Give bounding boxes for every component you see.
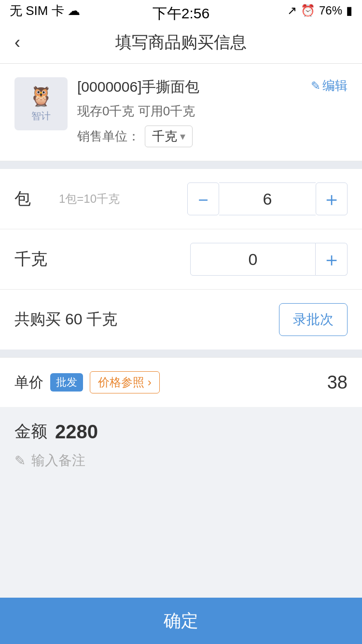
- location-icon: ↗: [287, 4, 297, 17]
- package-label: 包: [14, 188, 53, 210]
- product-thumb-label: 智计: [31, 110, 51, 123]
- note-placeholder: 输入备注: [31, 451, 85, 470]
- batch-button[interactable]: 录批次: [279, 303, 348, 336]
- product-thumb-icon: 🦉: [29, 85, 53, 108]
- total-row: 共购买 60 千克 录批次: [0, 290, 362, 350]
- separator-2: [0, 350, 362, 357]
- amount-value: 2280: [55, 421, 98, 443]
- note-row[interactable]: ✎ 输入备注: [14, 451, 348, 470]
- total-text: 共购买 60 千克: [14, 309, 117, 330]
- kg-input[interactable]: [190, 243, 316, 276]
- kg-plus-button[interactable]: ＋: [316, 243, 348, 276]
- product-name: [0000006]手撕面包: [77, 77, 199, 97]
- input-section: 包 1包=10千克 － ＋ 千克 ＋: [0, 169, 362, 290]
- amount-row: 金额 2280: [14, 420, 348, 443]
- price-tag: 批发: [50, 373, 83, 392]
- page-title: 填写商品购买信息: [115, 31, 247, 54]
- package-minus-button[interactable]: －: [187, 182, 219, 215]
- package-row: 包 1包=10千克 － ＋: [0, 169, 362, 229]
- sim-status: 无 SIM 卡 ☁: [10, 2, 80, 19]
- edit-button[interactable]: ✎ 编辑: [311, 77, 348, 94]
- product-card: 🦉 智计 [0000006]手撕面包 ✎ 编辑 现存0千克 可用0千克 销售单位…: [0, 64, 362, 161]
- package-quantity-control: － ＋: [187, 182, 348, 215]
- separator-1: [0, 161, 362, 169]
- price-left: 单价 批发 价格参照 ›: [14, 371, 160, 393]
- confirm-button[interactable]: 确定: [0, 598, 362, 644]
- price-section: 单价 批发 价格参照 › 38: [0, 357, 362, 407]
- status-left: 无 SIM 卡 ☁: [10, 2, 80, 19]
- package-hint: 1包=10千克: [59, 191, 187, 207]
- unit-select[interactable]: 千克 ▾: [145, 126, 193, 147]
- unit-dropdown-arrow: ▾: [180, 130, 185, 143]
- amount-section: 金额 2280 ✎ 输入备注: [0, 407, 362, 479]
- unit-value: 千克: [152, 128, 177, 145]
- battery-icon: ▮: [346, 4, 352, 17]
- package-input[interactable]: [219, 182, 316, 215]
- battery-level: 76%: [319, 4, 342, 17]
- back-button[interactable]: ‹: [14, 32, 20, 53]
- alarm-icon: ⏰: [301, 4, 315, 17]
- kg-quantity-control: ＋: [190, 243, 348, 276]
- status-time: 下午2:56: [153, 4, 209, 24]
- unit-label: 销售单位：: [77, 128, 140, 145]
- package-plus-button[interactable]: ＋: [316, 182, 348, 215]
- amount-label: 金额: [14, 420, 47, 443]
- product-unit-row: 销售单位： 千克 ▾: [77, 126, 348, 147]
- price-ref-button[interactable]: 价格参照 ›: [90, 371, 160, 393]
- product-info: [0000006]手撕面包 ✎ 编辑 现存0千克 可用0千克 销售单位： 千克 …: [77, 77, 348, 147]
- status-right: ↗ ⏰ 76% ▮: [287, 4, 352, 17]
- price-label: 单价: [14, 373, 43, 392]
- nav-bar: ‹ 填写商品购买信息: [0, 21, 362, 64]
- product-stock: 现存0千克 可用0千克: [77, 103, 348, 120]
- status-bar: 无 SIM 卡 ☁ 下午2:56 ↗ ⏰ 76% ▮: [0, 0, 362, 21]
- price-value: 38: [327, 372, 348, 393]
- edit-icon: ✎: [311, 79, 320, 93]
- edit-label: 编辑: [322, 77, 348, 94]
- kg-label: 千克: [14, 248, 53, 270]
- product-thumbnail: 🦉 智计: [14, 77, 68, 130]
- note-icon: ✎: [14, 453, 26, 469]
- kg-row: 千克 ＋: [0, 229, 362, 290]
